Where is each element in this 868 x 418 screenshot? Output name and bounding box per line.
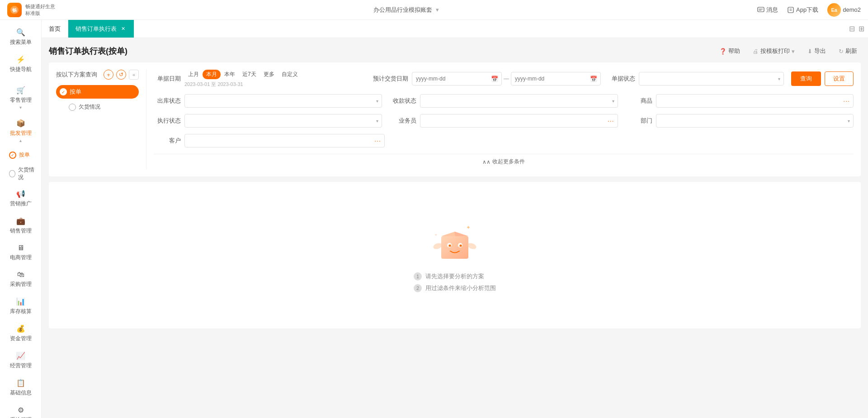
sidebar-item-inventory[interactable]: 📊 库存核算 xyxy=(0,293,41,320)
svg-rect-4 xyxy=(441,236,468,259)
salesperson-input[interactable] xyxy=(420,114,618,128)
delivery-date-from-input[interactable] xyxy=(412,72,502,86)
delivery-date-from-group: 📅 xyxy=(412,72,502,86)
filter-field-product: 商品 ··· xyxy=(625,94,854,108)
date-tab-last7[interactable]: 近7天 xyxy=(239,70,260,79)
customer-input[interactable] xyxy=(184,134,385,147)
system-icon: ⚙ xyxy=(18,406,24,414)
empty-tip-1: 1 请先选择要分析的方案 xyxy=(414,272,496,280)
submenu-dot-order: ✓ xyxy=(9,152,16,159)
date-tab-custom[interactable]: 自定义 xyxy=(278,70,302,79)
scheme-label: 按单 xyxy=(70,88,81,96)
tab-home-label: 首页 xyxy=(49,25,61,33)
filter-row-2: 出库状态 ▾ 收款状态 xyxy=(154,94,854,108)
exec-status-select[interactable] xyxy=(184,114,382,128)
app-download-btn[interactable]: App下载 xyxy=(787,6,818,14)
delivery-date-to-input[interactable] xyxy=(511,72,601,86)
collapse-more-btn[interactable]: ∧∧ 收起更多条件 xyxy=(154,154,854,169)
tip-num-1: 1 xyxy=(414,272,422,280)
message-btn[interactable]: 消息 xyxy=(757,6,778,14)
sidebar-item-finance[interactable]: 💰 资金管理 xyxy=(0,320,41,347)
date-tab-more[interactable]: 更多 xyxy=(260,70,278,79)
shipment-select[interactable] xyxy=(184,94,382,108)
date-tab-this-year[interactable]: 本年 xyxy=(221,70,239,79)
filter-field-shipment: 出库状态 ▾ xyxy=(154,94,382,108)
sidebar-item-sales[interactable]: 💼 销售管理 xyxy=(0,212,41,239)
header-left: 畅 畅捷通好生意 标准版 xyxy=(7,3,55,17)
scheme-item-order[interactable]: ✓ 按单 xyxy=(56,85,139,99)
finance-icon: 💰 xyxy=(16,324,25,333)
filter-field-exec-status: 执行状态 ▾ xyxy=(154,114,382,128)
page-title: 销售订单执行表(按单) xyxy=(49,46,127,57)
tab-sales-order[interactable]: 销售订单执行表 ✕ xyxy=(68,20,134,38)
date-field-label: 单据日期 xyxy=(154,75,181,83)
tip-num-2: 2 xyxy=(414,284,422,292)
filter-field-date: 单据日期 上月 本月 本年 近7天 更多 自定义 xyxy=(154,70,365,88)
sub-scheme-item-debt[interactable]: 欠货情况 xyxy=(56,100,139,114)
search-btn[interactable]: 查询 xyxy=(791,71,821,86)
refresh-scheme-btn[interactable]: ↺ xyxy=(116,70,126,80)
filter-right: 单据日期 上月 本月 本年 近7天 更多 自定义 xyxy=(154,70,854,169)
tab-home[interactable]: 首页 xyxy=(42,20,68,38)
sidebar-item-label: 快捷导航 xyxy=(10,66,32,73)
purchase-icon: 🛍 xyxy=(17,271,24,279)
tab-maximize-icon[interactable]: ⊞ xyxy=(859,24,864,33)
print-icon: 🖨 xyxy=(753,48,759,55)
basic-info-icon: 📋 xyxy=(16,379,25,387)
add-scheme-btn[interactable]: + xyxy=(104,70,113,80)
settings-btn[interactable]: 设置 xyxy=(825,71,854,86)
export-btn[interactable]: ⬇ 导出 xyxy=(804,45,830,57)
ecommerce-icon: 🖥 xyxy=(17,244,24,252)
help-btn[interactable]: ❓ 帮助 xyxy=(716,45,744,57)
svg-text:✦: ✦ xyxy=(466,224,471,231)
delivery-date-to-group: 📅 xyxy=(511,72,601,86)
tab-close-icon[interactable]: ✕ xyxy=(119,25,127,33)
collapse-scheme-btn[interactable]: « xyxy=(129,70,139,80)
sidebar-item-label: 批发管理 xyxy=(10,129,32,137)
department-select[interactable] xyxy=(656,114,854,128)
product-label: 商品 xyxy=(625,97,652,105)
filter-row-3: 执行状态 ▾ 业务员 xyxy=(154,114,854,128)
header-center[interactable]: 办公用品行业模拟账套 ▾ xyxy=(373,6,439,14)
main-content: 首页 销售订单执行表 ✕ ⊟ ⊞ 销售订单执行表(按单) ❓ 帮助 xyxy=(42,20,868,418)
print-btn[interactable]: 🖨 按模板打印 ▾ xyxy=(749,45,798,57)
page-area: 销售订单执行表(按单) ❓ 帮助 🖨 按模板打印 ▾ ⬇ 导出 xyxy=(42,38,868,418)
search-menu-icon: 🔍 xyxy=(16,28,25,37)
tab-minimize-icon[interactable]: ⊟ xyxy=(849,24,855,33)
sidebar-item-operations[interactable]: 📈 经营管理 xyxy=(0,347,41,374)
sidebar-item-label: 库存核算 xyxy=(10,308,32,315)
submenu-item-debt[interactable]: 欠货情况 xyxy=(0,162,41,185)
sidebar-item-label: 零售管理 xyxy=(10,96,32,104)
sidebar-item-marketing[interactable]: 📢 营销推广 xyxy=(0,185,41,212)
date-tab-last-month[interactable]: 上月 xyxy=(184,70,203,79)
page-header-actions: ❓ 帮助 🖨 按模板打印 ▾ ⬇ 导出 ↻ 刷新 xyxy=(716,45,861,57)
date-range-hint: 2023-03-01 至 2023-03-31 xyxy=(184,81,365,88)
sidebar-item-retail[interactable]: 🛒 零售管理 ▾ xyxy=(0,81,41,114)
salesperson-label: 业务员 xyxy=(389,117,416,125)
filter-scheme-header: 按以下方案查询 + ↺ « xyxy=(56,70,139,80)
filter-field-customer: 客户 ··· xyxy=(154,134,385,147)
refresh-btn[interactable]: ↻ 刷新 xyxy=(835,45,861,57)
sidebar-item-search-menu[interactable]: 🔍 搜索菜单 xyxy=(0,24,41,51)
empty-tips: 1 请先选择要分析的方案 2 用过滤条件来缩小分析范围 xyxy=(414,272,496,292)
industry-dropdown-icon[interactable]: ▾ xyxy=(436,6,439,13)
shipment-label: 出库状态 xyxy=(154,97,181,105)
tab-bar-actions: ⊟ ⊞ xyxy=(849,24,868,33)
sidebar-item-wholesale[interactable]: 📦 批发管理 ▴ xyxy=(0,114,41,147)
sidebar-item-purchase[interactable]: 🛍 采购管理 xyxy=(0,266,41,293)
user-profile[interactable]: Ea demo2 xyxy=(827,3,861,17)
sidebar-item-basic-info[interactable]: 📋 基础信息 xyxy=(0,374,41,401)
sidebar-item-label: 资金管理 xyxy=(10,335,32,342)
payment-select[interactable] xyxy=(420,94,618,108)
sidebar-item-system[interactable]: ⚙ 系统管理 xyxy=(0,401,41,418)
sidebar-item-ecommerce[interactable]: 🖥 电商管理 xyxy=(0,239,41,266)
submenu-dot-debt xyxy=(9,170,15,177)
order-status-wrap: ▾ xyxy=(639,72,784,86)
date-tab-this-month[interactable]: 本月 xyxy=(203,70,221,79)
order-status-select[interactable] xyxy=(639,72,784,86)
sidebar-item-label: 搜索菜单 xyxy=(10,38,32,46)
sidebar-item-quick-nav[interactable]: ⚡ 快捷导航 xyxy=(0,51,41,78)
product-input[interactable] xyxy=(656,94,854,108)
submenu-item-order[interactable]: ✓ 按单 xyxy=(0,147,41,162)
logo-text: 畅捷通好生意 标准版 xyxy=(25,3,55,16)
